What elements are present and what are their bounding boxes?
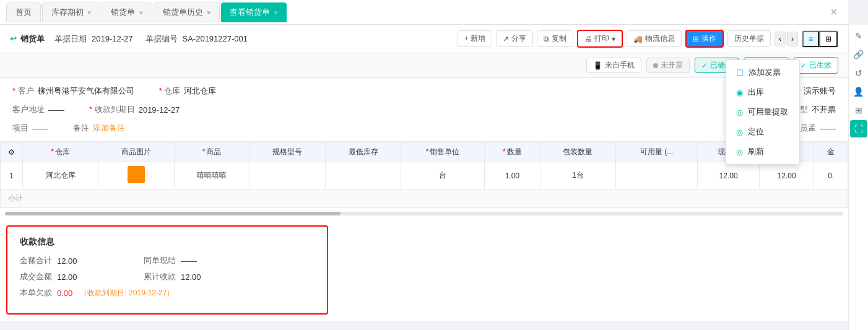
balance-field: 本单欠款 0.00 （收款到期日: 2019-12-27） — [20, 287, 315, 298]
not-open-icon — [653, 63, 658, 68]
customer-value: 柳州粤港平安气体有限公司 — [38, 85, 134, 97]
horizontal-scrollbar[interactable] — [5, 212, 843, 215]
dropdown-outbound[interactable]: ◉ 出库 — [726, 82, 799, 102]
cumulative-receipt-label: 累计收款 — [144, 271, 176, 282]
add-invoice-label: 添加发票 — [749, 67, 781, 78]
sidebar-edit-icon[interactable]: ✎ — [850, 27, 867, 45]
remark-field: 备注 添加备注 — [73, 123, 125, 134]
date-label: 单据日期 2019-12-27 — [54, 33, 133, 45]
prev-button[interactable]: ‹ — [775, 32, 786, 46]
cell-pack-qty: 1台 — [540, 162, 615, 189]
payment-row-3: 本单欠款 0.00 （收款到期日: 2019-12-27） — [20, 287, 315, 298]
doc-title: ↩ 销货单 — [10, 33, 45, 45]
view-toggle: ≡ ⊞ — [802, 30, 838, 48]
confirm-icon: ✓ — [701, 61, 708, 70]
payment-row-1: 金额合计 12.00 同单现结 —— — [20, 255, 315, 266]
col-product: *商品 — [174, 142, 250, 162]
doc-type-label: 销货单 — [20, 33, 45, 45]
product-image — [128, 166, 145, 183]
logistics-button[interactable]: 🚚 物流信息 — [627, 30, 682, 47]
add-remark-button[interactable]: 添加备注 — [93, 123, 125, 134]
number-label: 单据编号 SA-20191227-001 — [145, 33, 248, 45]
total-amount-field: 金额合计 12.00 — [20, 255, 119, 266]
next-button[interactable]: › — [787, 32, 798, 46]
project-label: 项目 — [12, 123, 28, 134]
close-tab-sales[interactable]: × — [139, 9, 142, 16]
dropdown-add-invoice[interactable]: ☐ 添加发票 — [726, 63, 799, 82]
tab-sales-history[interactable]: 销货单历史 × — [154, 2, 220, 22]
dropdown-locate[interactable]: ◎ 定位 — [726, 122, 799, 142]
dropdown-menu: ☐ 添加发票 ◉ 出库 ◎ 可用量提取 ◎ 定位 ◎ 刷新 — [726, 59, 800, 165]
sidebar-person-icon[interactable]: 👤 — [850, 83, 867, 100]
col-min-stock: 最低库存 — [326, 142, 401, 162]
operate-button[interactable]: ⊞ 操作 — [685, 30, 724, 48]
data-table: ⚙ *仓库 商品图片 *商品 规格型号 最低库存 *销售单位 *数量 包装数量 … — [0, 142, 848, 208]
cell-spec — [250, 162, 325, 189]
new-button[interactable]: + 新增 — [458, 30, 492, 47]
tab-view-sales[interactable]: 查看销货单 × — [221, 2, 286, 22]
cell-product: 嘻嘻嘻嘻 — [174, 162, 250, 189]
window-close-button[interactable]: × — [825, 6, 842, 19]
doc-header: ↩ 销货单 单据日期 2019-12-27 单据编号 SA-20191227-0… — [0, 25, 848, 53]
copy-button[interactable]: ⧉ 复制 — [537, 30, 573, 47]
tab-inventory-init[interactable]: 库存期初 × — [42, 2, 100, 22]
doc-meta: 单据日期 2019-12-27 单据编号 SA-20191227-001 — [54, 33, 248, 45]
project-value: —— — [32, 124, 48, 133]
print-button[interactable]: 🖨 打印 ▾ — [577, 30, 623, 48]
refresh-label: 刷新 — [748, 146, 764, 157]
tab-bar: 首页 库存期初 × 销货单 × 销货单历史 × 查看销货单 × × — [0, 0, 848, 25]
sidebar-link-icon[interactable]: 🔗 — [850, 46, 867, 63]
close-tab-inventory[interactable]: × — [87, 9, 91, 16]
sidebar-grid-icon[interactable]: ⊞ — [850, 102, 867, 119]
col-spec: 规格型号 — [250, 142, 325, 162]
history-button[interactable]: 历史单据 — [727, 30, 771, 47]
share-button[interactable]: ↗ 分享 — [496, 30, 533, 47]
ticket-type-value: 不开票 — [812, 104, 836, 115]
from-phone-button[interactable]: 📱 来自手机 — [586, 58, 641, 73]
form-row-2: 客户地址 —— 收款到期日 2019-12-27 票据类型 不开票 — [12, 104, 836, 115]
subtotal-row: 小计 — [1, 189, 848, 208]
sidebar-expand-icon[interactable]: ⛶ — [850, 120, 867, 137]
effective-button[interactable]: ✓ 已生效 — [794, 57, 838, 74]
tab-home[interactable]: 首页 — [6, 2, 41, 22]
phone-icon: 📱 — [593, 61, 602, 70]
view-grid-button[interactable]: ⊞ — [819, 31, 838, 47]
table-row: 1 河北仓库 嘻嘻嘻嘻 台 1.00 1台 12.00 12.00 0. — [1, 162, 848, 189]
copy-icon: ⧉ — [544, 35, 549, 43]
outbound-icon: ◉ — [736, 88, 743, 97]
not-open-button[interactable]: 未开票 — [646, 58, 690, 73]
project-field: 项目 —— — [12, 123, 48, 134]
sidebar-refresh-icon[interactable]: ↺ — [850, 64, 867, 82]
customer-field: 客户 柳州粤港平安气体有限公司 — [12, 85, 134, 97]
cell-sales-unit: 台 — [401, 162, 485, 189]
cell-product-img — [98, 162, 174, 189]
remark-label: 备注 — [73, 123, 89, 134]
warehouse-label: 仓库 — [159, 85, 181, 97]
col-settings[interactable]: ⚙ — [1, 142, 23, 162]
cumulative-receipt-field: 累计收款 12.00 — [144, 271, 243, 282]
cell-amount: 0. — [814, 162, 848, 189]
print-dropdown-arrow[interactable]: ▾ — [612, 35, 615, 43]
warehouse-field: 仓库 河北仓库 — [159, 85, 217, 97]
operate-icon: ⊞ — [693, 35, 699, 43]
dropdown-available-extract[interactable]: ◎ 可用量提取 — [726, 102, 799, 122]
cell-unit-price: 12.00 — [759, 162, 814, 189]
view-list-button[interactable]: ≡ — [802, 31, 819, 47]
col-product-img: 商品图片 — [98, 142, 174, 162]
scrollbar-thumb[interactable] — [5, 212, 341, 215]
payment-row-2: 成交金额 12.00 累计收款 12.00 — [20, 271, 315, 282]
balance-label: 本单欠款 — [20, 287, 52, 298]
form-row-3: 项目 —— 备注 添加备注 业务员孟 —— — [12, 123, 836, 134]
col-quantity: *数量 — [485, 142, 540, 162]
close-tab-view[interactable]: × — [274, 9, 277, 16]
tab-sales-order[interactable]: 销货单 × — [102, 2, 152, 22]
close-tab-history[interactable]: × — [207, 9, 210, 16]
bottom-section: 收款信息 金额合计 12.00 同单现结 —— 成交金额 12.00 累计收款 — [0, 219, 848, 321]
address-value: —— — [48, 105, 64, 115]
deal-amount-value: 12.00 — [57, 272, 77, 282]
balance-value: 0.00 — [57, 289, 72, 298]
table-scrollbar[interactable] — [0, 208, 848, 219]
dropdown-refresh[interactable]: ◎ 刷新 — [726, 142, 799, 162]
outbound-label: 出库 — [748, 87, 764, 98]
total-amount-label: 金额合计 — [20, 255, 52, 266]
